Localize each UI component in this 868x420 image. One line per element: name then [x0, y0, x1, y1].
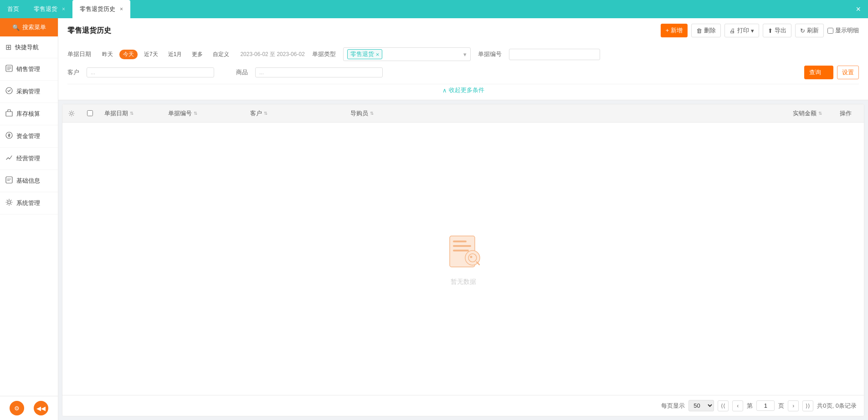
- refresh-button[interactable]: ↻ 刷新: [795, 24, 824, 37]
- tab-retail-return-label: 零售退货: [34, 5, 57, 13]
- bill-no-label: 单据编号: [478, 50, 502, 58]
- th-customer-label: 客户: [250, 109, 262, 118]
- bill-type-tag-text: 零售退货: [350, 50, 374, 58]
- empty-text: 暂无数据: [451, 278, 476, 286]
- th-amount-sort[interactable]: ⇅: [818, 111, 822, 116]
- th-bill-no: 单据编号 ⇅: [163, 109, 245, 118]
- filter-settings-button[interactable]: 设置: [837, 66, 859, 79]
- goods-select[interactable]: ...: [255, 67, 383, 77]
- settings-bottom-icon: ⚙: [14, 405, 20, 412]
- add-button[interactable]: + 新增: [661, 24, 688, 37]
- first-page-btn[interactable]: ⟨⟨: [718, 400, 729, 411]
- th-guide-label: 导购员: [350, 109, 368, 118]
- print-icon: 🖨: [729, 27, 735, 34]
- sidebar-item-sales-mgmt[interactable]: 销售管理: [0, 58, 58, 81]
- bill-type-chevron: ▾: [463, 51, 467, 58]
- sidebar-item-system-mgmt[interactable]: 系统管理: [0, 192, 58, 215]
- customer-select[interactable]: ...: [87, 67, 214, 77]
- sidebar-search-label: 搜索菜单: [22, 23, 46, 31]
- music-bottom-icon: ◀◀: [36, 405, 46, 412]
- content-area: 零售退货历史 + 新增 🗑 删除 🖨 打印 ▾ ⬆: [58, 18, 868, 420]
- svg-point-1: [6, 87, 12, 94]
- table-container: 单据日期 ⇅ 单据编号 ⇅ 客户 ⇅ 导购员 ⇅ 实销金额 ⇅: [62, 104, 864, 416]
- tab-retail-return-close[interactable]: ×: [62, 6, 65, 12]
- last-page-btn[interactable]: ⟩⟩: [802, 400, 813, 411]
- bill-type-label: 单据类型: [312, 50, 336, 58]
- print-button[interactable]: 🖨 打印 ▾: [724, 24, 759, 37]
- per-page-select[interactable]: 50 10 20 100: [688, 400, 714, 411]
- refresh-icon: ↻: [800, 27, 805, 34]
- query-button[interactable]: 查询: [804, 66, 833, 79]
- sidebar-item-inventory-label: 库存核算: [16, 110, 40, 118]
- sidebar-item-inventory[interactable]: 库存核算: [0, 103, 58, 125]
- toolbar: + 新增 🗑 删除 🖨 打印 ▾ ⬆ 导出: [661, 24, 859, 37]
- date-1month[interactable]: 近1月: [164, 50, 186, 59]
- sidebar-item-finance[interactable]: 资金管理: [0, 125, 58, 148]
- goods-placeholder: ...: [259, 69, 264, 76]
- tab-retail-return-history[interactable]: 零售退货历史 ×: [72, 0, 130, 18]
- table-header: 单据日期 ⇅ 单据编号 ⇅ 客户 ⇅ 导购员 ⇅ 实销金额 ⇅: [62, 104, 864, 123]
- date-7days[interactable]: 近7天: [140, 50, 162, 59]
- th-amount: 实销金额 ⇅: [768, 109, 827, 118]
- th-ops: 操作: [827, 109, 864, 118]
- export-label: 导出: [775, 26, 786, 35]
- next-page-btn[interactable]: ›: [788, 400, 799, 411]
- goods-label: 商品: [236, 68, 248, 77]
- top-bar: 首页 零售退货 × 零售退货历史 × ×: [0, 0, 868, 18]
- sidebar-item-quick-nav[interactable]: ⊞ 快捷导航: [0, 36, 58, 58]
- sidebar-item-basic-info[interactable]: 基础信息: [0, 170, 58, 192]
- close-window-icon[interactable]: ×: [856, 5, 861, 14]
- sidebar-search[interactable]: 🔍 搜索菜单: [0, 18, 58, 36]
- sidebar-item-operations[interactable]: 经营管理: [0, 148, 58, 170]
- th-customer-sort[interactable]: ⇅: [264, 111, 267, 116]
- svg-point-14: [470, 256, 472, 258]
- svg-rect-4: [6, 177, 12, 183]
- sidebar-item-finance-label: 资金管理: [16, 132, 40, 140]
- bill-type-select[interactable]: 零售退货 × ▾: [343, 47, 471, 61]
- sidebar: 🔍 搜索菜单 ⊞ 快捷导航 销售管理 采购管理: [0, 18, 58, 420]
- select-all-checkbox[interactable]: [87, 110, 93, 116]
- page-title: 零售退货历史: [67, 26, 111, 36]
- show-detail-checkbox[interactable]: [827, 28, 833, 34]
- main-layout: 🔍 搜索菜单 ⊞ 快捷导航 销售管理 采购管理: [0, 18, 868, 420]
- th-date-sort[interactable]: ⇅: [130, 111, 134, 116]
- date-today[interactable]: 今天: [119, 50, 138, 59]
- tab-retail-return-history-close[interactable]: ×: [120, 6, 123, 12]
- tab-retail-return[interactable]: 零售退货 ×: [26, 0, 72, 18]
- sales-icon: [5, 65, 13, 74]
- bill-no-input[interactable]: [509, 49, 600, 60]
- page-input[interactable]: [756, 400, 775, 411]
- filter-collapse[interactable]: ∧ 收起更多条件: [67, 84, 859, 96]
- th-bill-no-label: 单据编号: [168, 109, 192, 118]
- system-icon: [5, 199, 13, 208]
- tab-retail-return-history-label: 零售退货历史: [80, 5, 115, 13]
- prev-page-btn[interactable]: ‹: [732, 400, 743, 411]
- filter-row-1: 单据日期 昨天 今天 近7天 近1月 更多 自定义 2023-06-02 至 2…: [67, 47, 859, 61]
- bill-type-tag-close[interactable]: ×: [376, 51, 380, 58]
- delete-button[interactable]: 🗑 删除: [691, 24, 721, 37]
- print-chevron: ▾: [751, 27, 754, 34]
- basic-info-icon: [5, 176, 13, 185]
- th-bill-no-sort[interactable]: ⇅: [194, 111, 197, 116]
- settings-bottom-btn[interactable]: ⚙: [10, 401, 24, 415]
- date-custom[interactable]: 自定义: [209, 50, 233, 59]
- music-bottom-btn[interactable]: ◀◀: [34, 401, 48, 415]
- th-guide-sort[interactable]: ⇅: [370, 111, 374, 116]
- date-filter-label: 单据日期: [67, 50, 91, 58]
- date-more[interactable]: 更多: [188, 50, 206, 59]
- tab-home[interactable]: 首页: [0, 0, 26, 18]
- search-icon: 🔍: [12, 24, 20, 31]
- sidebar-item-operations-label: 经营管理: [16, 154, 40, 163]
- export-button[interactable]: ⬆ 导出: [763, 24, 791, 37]
- customer-label: 客户: [67, 68, 79, 77]
- query-label: 查询: [809, 68, 821, 77]
- export-icon: ⬆: [768, 27, 773, 34]
- operations-icon: [5, 154, 13, 163]
- total-info: 共0页, 0条记录: [817, 402, 857, 410]
- th-settings[interactable]: [62, 110, 81, 117]
- finance-icon: [5, 132, 13, 141]
- date-yesterday[interactable]: 昨天: [98, 50, 117, 59]
- sidebar-item-purchase-mgmt[interactable]: 采购管理: [0, 81, 58, 103]
- th-checkbox[interactable]: [81, 110, 99, 116]
- show-detail-checkbox-label[interactable]: 显示明细: [827, 26, 859, 35]
